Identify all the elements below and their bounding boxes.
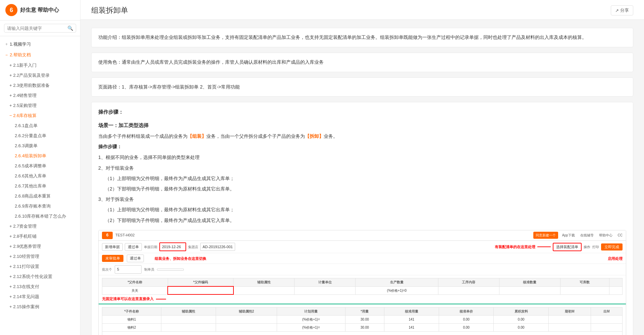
- mock-btn-new-order[interactable]: 同意新建一个: [533, 232, 558, 239]
- mock-child-th-5: 核准用量: [384, 307, 439, 315]
- step-2: 2、对于组装业务: [98, 164, 626, 172]
- mock-child-cell-1-3: (%价格+1)=: [277, 323, 345, 331]
- sidebar-item-1-row[interactable]: + 1.视频学习: [0, 39, 80, 50]
- mock-save-btn[interactable]: 立即完成: [601, 243, 623, 250]
- mock-producer-val[interactable]: [157, 269, 184, 271]
- mock-child-cell-0-8: [548, 315, 591, 323]
- mock-tab-pass[interactable]: 通过单: [125, 243, 142, 251]
- sidebar-item-2-6[interactable]: − 2.6库存核算: [9, 111, 80, 121]
- sidebar-item-2-6-2[interactable]: 2.6.2分量盘点单: [15, 131, 80, 141]
- sidebar-item-2-14[interactable]: + 2.14常见问题: [9, 292, 80, 302]
- step-3-1: （1）上部明细为父件明细，最终作为原材料生成其它出库单；: [98, 206, 626, 214]
- search-input[interactable]: [7, 26, 67, 31]
- sidebar-item-1-label: 1.视频学习: [10, 41, 31, 47]
- page-title: 组装拆卸单: [91, 5, 128, 15]
- mock-toolbar-row: 新增单据 通过单 单据日期 2019-12-26 集团店 AD-20191226…: [99, 241, 626, 254]
- mock-child-row-0: 物料1 (%价格+1)= 30.00 141 0.00 0.00: [102, 315, 623, 323]
- sidebar-item-2-8-prefix: +: [9, 234, 13, 239]
- mock-parent-cell-avail: [560, 286, 609, 294]
- mock-child-cell-1-9: [591, 323, 622, 331]
- sidebar-item-2-15[interactable]: + 2.15操作案例: [9, 302, 80, 312]
- mock-tab-unapproved[interactable]: 未审批单: [102, 255, 123, 262]
- mock-child-cell-0-5: 141: [384, 315, 439, 323]
- sidebar-item-2-6-7[interactable]: 2.6.7其他出库单: [15, 181, 80, 191]
- sidebar-item-2-children: + 2.1新手入门 + 2.2产品安装及登录 + 2.3使用前数据准备 + 2.…: [0, 60, 80, 312]
- mock-child-cell-0-6: 0.00: [439, 315, 493, 323]
- mock-parent-cell-code: [168, 286, 233, 294]
- sidebar-item-2-14-prefix: +: [9, 294, 13, 299]
- mock-parent-th-7: 可库数: [560, 278, 609, 287]
- search-icon[interactable]: 🔍: [67, 25, 73, 31]
- sidebar-item-2[interactable]: − 2.帮助文档 + 2.1新手入门 + 2.2产品安装及登录 + 2.3使用前…: [0, 50, 80, 312]
- sidebar-item-2-6-10[interactable]: 2.6.10库存账本错了怎么办: [15, 211, 80, 221]
- mock-parent-th-8: [609, 278, 622, 287]
- mock-date-val[interactable]: 2019-12-26: [159, 242, 186, 252]
- mock-tab-approved[interactable]: 通过单: [127, 255, 144, 262]
- mock-select-bom[interactable]: 选择装配清单: [553, 243, 582, 251]
- chaique-link: 【拆卸】: [305, 133, 324, 139]
- mock-parent-cell-qty: (%价格+1)=0: [355, 286, 438, 294]
- mock-tab-new[interactable]: 新增单据: [102, 243, 123, 251]
- sidebar-item-2-3-prefix: +: [9, 83, 13, 88]
- share-button[interactable]: ↗ 分享: [611, 5, 633, 15]
- sidebar-item-2-6-5[interactable]: 2.6.5成本调整单: [15, 161, 80, 171]
- mock-child-cell-1-8: [548, 323, 591, 331]
- annotation-type-switch: 组装业务、拆卸业务在这里切换: [155, 256, 206, 262]
- content-area: 功能介绍：组装拆卸单用来处理企业组装或拆卸等加工业务，支持有固定装配清单的产品加…: [80, 20, 644, 335]
- mock-child-th-9: 出M: [591, 307, 622, 315]
- search-area: 🔍: [0, 20, 80, 36]
- sidebar-item-2-13[interactable]: + 2.13在线支付: [9, 282, 80, 292]
- sidebar-item-2-8[interactable]: + 2.8手机旺铺: [9, 231, 80, 241]
- search-box[interactable]: 🔍: [4, 24, 76, 33]
- mock-num-label: 集团店: [188, 244, 198, 250]
- mock-help-center: 帮助中心: [599, 232, 612, 238]
- sidebar-item-2-5[interactable]: + 2.5采购管理: [9, 101, 80, 111]
- mock-print-label: 打印: [592, 244, 599, 250]
- sidebar-item-2-6-4[interactable]: 2.6.4组装拆卸单: [15, 151, 80, 161]
- mock-child-th-1: 辅助属性: [161, 307, 216, 315]
- sidebar-item-2-10[interactable]: + 2.10经营管理: [9, 252, 80, 262]
- sidebar-item-2-6-3[interactable]: 2.6.3调拨单: [15, 141, 80, 151]
- logo-area: 6 好生意 帮助中心: [0, 0, 80, 20]
- sidebar-item-2-1[interactable]: + 2.1新手入门: [9, 60, 80, 70]
- mock-child-row-1: 物料2 (%价格+1)= 30.00 141 0.00 0.00: [102, 323, 623, 331]
- mock-child-cell-0-9: [591, 315, 622, 323]
- sidebar-item-2-12[interactable]: + 2.12系统个性化设置: [9, 272, 80, 282]
- mock-child-cell-0-4: 30.00: [345, 315, 384, 323]
- mock-parent-th-6: 核准数量: [499, 278, 560, 287]
- mock-topbar: 6 TEST-H002 同意新建一个 App下载 在线辅导 帮助中心 CC: [99, 230, 626, 241]
- sidebar-item-2-3[interactable]: + 2.3使用前数据准备: [9, 80, 80, 91]
- sidebar-item-2-9-prefix: +: [9, 244, 13, 249]
- sidebar-item-2-7[interactable]: + 2.7资金管理: [9, 221, 80, 231]
- sidebar-item-2-12-prefix: +: [9, 274, 13, 279]
- mock-qty-label: 批次个: [102, 267, 112, 272]
- mock-parent-cell-approved: [499, 286, 560, 294]
- sidebar-item-2-6-9[interactable]: 2.6.9库存账本查询: [15, 201, 80, 211]
- sidebar-item-2-4[interactable]: + 2.4销售管理: [9, 91, 80, 101]
- mock-child-cell-1-0: 物料2: [102, 323, 161, 331]
- sidebar-item-2-row[interactable]: − 2.帮助文档: [0, 50, 80, 60]
- mock-cc: CC: [618, 232, 623, 238]
- mock-app-dl: App下载: [562, 232, 575, 238]
- sidebar-item-2-2[interactable]: + 2.2产品安装及登录: [9, 70, 80, 80]
- step-1: 1、根据不同的业务，选择不同单据的类型来处理: [98, 153, 626, 162]
- mock-app-id: TEST-H002: [115, 232, 135, 238]
- sidebar-item-2-5-prefix: +: [9, 103, 13, 108]
- ops-heading: 操作步骤：: [98, 108, 626, 116]
- mock-child-row-2: [102, 331, 623, 335]
- sidebar-item-2-7-prefix: +: [9, 224, 13, 229]
- mock-qty-val[interactable]: 5: [115, 265, 142, 274]
- opsteps-heading: 操作步骤：: [98, 143, 626, 151]
- sidebar-item-2-6-6[interactable]: 2.6.6其他入库单: [15, 171, 80, 181]
- sidebar-item-2-6-1[interactable]: 2.6.1盘点单: [15, 121, 80, 131]
- mock-child-cell-1-6: 0.00: [439, 323, 493, 331]
- sidebar-item-2-11[interactable]: + 2.11打印设置: [9, 262, 80, 272]
- sidebar-item-2-6-8[interactable]: 2.6.8商品成本重算: [15, 191, 80, 201]
- share-icon: ↗: [615, 8, 619, 13]
- main-header: 组装拆卸单 ↗ 分享: [80, 0, 644, 20]
- mock-parent-table: *父件名称 *父件编码 辅助属性 计量单位 生产数量 工序内容 核准数量 可库数: [102, 278, 623, 295]
- mock-parent-cell-action: [609, 286, 622, 294]
- sidebar-item-2-9[interactable]: + 2.9优惠券管理: [9, 241, 80, 252]
- sidebar-item-1[interactable]: + 1.视频学习: [0, 39, 80, 50]
- sidebar: 6 好生意 帮助中心 🔍 + 1.视频学习 − 2.帮助文档 +: [0, 0, 80, 335]
